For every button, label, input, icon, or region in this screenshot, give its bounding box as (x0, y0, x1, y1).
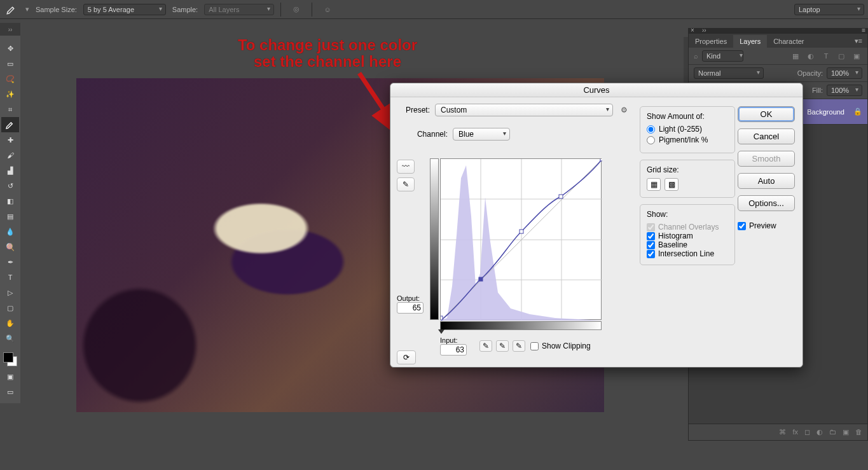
dodge-tool-icon[interactable]: 🍭 (1, 239, 19, 254)
target-adjust-icon[interactable]: ⟳ (397, 350, 416, 364)
dialog-buttons: OK Cancel Smooth Auto Options... Preview (738, 106, 795, 230)
curve-point[interactable] (441, 316, 443, 320)
adjustment-layer-icon[interactable]: ◐ (816, 428, 823, 436)
filter-smart-icon[interactable]: ▣ (851, 51, 862, 61)
layer-fx-icon[interactable]: fx (792, 428, 798, 436)
crop-tool-icon[interactable]: ⌗ (1, 102, 19, 117)
collapse-icon[interactable]: ›› (702, 27, 706, 34)
white-eyedropper-icon[interactable]: ✎ (513, 340, 525, 352)
input-gradient[interactable] (440, 321, 602, 330)
screen-mode-icon[interactable]: ▭ (1, 384, 19, 399)
curves-graph[interactable] (440, 158, 602, 320)
path-select-tool-icon[interactable]: ▷ (1, 285, 19, 300)
clone-stamp-tool-icon[interactable]: ▟ (1, 163, 19, 178)
channel-label: Channel: (412, 130, 448, 139)
tab-layers[interactable]: Layers (733, 35, 767, 48)
close-icon[interactable]: × (691, 27, 694, 34)
ok-button[interactable]: OK (738, 106, 795, 122)
lasso-tool-icon[interactable]: 📿 (1, 71, 19, 86)
link-layers-icon[interactable]: ⌘ (779, 428, 786, 436)
annotation-top: To change just one color set the channel… (213, 37, 442, 71)
eraser-tool-icon[interactable]: ◧ (1, 193, 19, 209)
eyedropper-tool-icon[interactable] (1, 117, 19, 132)
type-tool-icon[interactable]: T (1, 270, 19, 285)
hand-tool-icon[interactable]: ✋ (1, 315, 19, 331)
sample-select: All Layers (204, 4, 274, 15)
preset-menu-icon[interactable]: ⚙ (618, 104, 630, 116)
pigment-radio[interactable]: Pigment/Ink % (647, 135, 728, 144)
curve-point[interactable] (520, 230, 523, 233)
light-radio[interactable]: Light (0-255) (647, 125, 728, 134)
panel-menu-icon[interactable]: ≡ (862, 27, 865, 34)
show-sampling-ring-icon[interactable]: ◎ (287, 2, 305, 17)
zoom-tool-icon[interactable]: 🔍 (1, 331, 19, 346)
pencil-mode-icon[interactable]: ✎ (397, 177, 415, 191)
blend-row: Normal Opacity: 100% (689, 65, 867, 82)
show-clipping-checkbox[interactable]: Show Clipping (530, 342, 591, 350)
rectangle-tool-icon[interactable]: ▢ (1, 300, 19, 315)
gray-eyedropper-icon[interactable]: ✎ (496, 340, 509, 352)
auto-button[interactable]: Auto (738, 173, 795, 189)
brush-tool-icon[interactable]: 🖌 (1, 148, 19, 163)
output-input[interactable] (397, 302, 424, 314)
fill-select[interactable]: 100% (827, 85, 862, 96)
workspace-select[interactable]: Laptop (794, 4, 864, 15)
curve-point-selected[interactable] (479, 277, 483, 281)
intersection-checkbox[interactable]: Intersection Line (647, 249, 728, 258)
sample-size-label: Sample Size: (36, 6, 77, 13)
show-amount-label: Show Amount of: (647, 112, 728, 121)
sample-label: Sample: (172, 6, 198, 13)
grid-coarse-icon[interactable]: ▦ (647, 178, 661, 191)
curve-mode-icon[interactable]: 〰 (397, 160, 415, 174)
group-icon[interactable]: 🗀 (829, 428, 836, 436)
marquee-tool-icon[interactable]: ▭ (1, 56, 19, 71)
preview-checkbox[interactable]: Preview (738, 221, 795, 230)
trash-icon[interactable]: 🗑 (855, 428, 862, 436)
input-input[interactable] (440, 344, 467, 356)
new-layer-icon[interactable]: ▣ (843, 428, 849, 436)
curve-point[interactable] (559, 195, 563, 198)
black-point-slider[interactable] (438, 329, 444, 334)
panel-header: × ›› ≡ (688, 28, 868, 33)
channel-overlays-checkbox: Channel Overlays (647, 223, 728, 232)
tab-properties[interactable]: Properties (689, 35, 733, 48)
smiley-icon[interactable]: ☺ (319, 2, 336, 17)
panel-menu-icon[interactable]: ▾≡ (850, 34, 867, 48)
curve-point[interactable] (600, 159, 602, 161)
gradient-tool-icon[interactable]: ▤ (1, 209, 19, 224)
tools-panel: ›› ✥ ▭ 📿 ✨ ⌗ ✚ 🖌 ▟ ↺ ◧ ▤ 💧 🍭 ✒ T ▷ ▢ ✋ 🔍… (0, 23, 20, 403)
layer-mask-icon[interactable]: ◻ (804, 428, 810, 436)
history-brush-tool-icon[interactable]: ↺ (1, 178, 19, 193)
histogram-checkbox[interactable]: Histogram (647, 232, 728, 240)
color-swatches[interactable] (1, 350, 19, 369)
quick-mask-icon[interactable]: ▣ (1, 369, 19, 384)
dialog-title: Curves (390, 83, 803, 97)
filter-shape-icon[interactable]: ▢ (836, 51, 847, 61)
panel-collapse-icon[interactable]: ›› (0, 23, 20, 36)
preset-select[interactable]: Custom (435, 104, 613, 116)
filter-type-icon[interactable]: T (820, 51, 832, 61)
move-tool-icon[interactable]: ✥ (1, 41, 19, 56)
black-eyedropper-icon[interactable]: ✎ (479, 340, 492, 352)
blur-tool-icon[interactable]: 💧 (1, 224, 19, 239)
filter-pixel-icon[interactable]: ▦ (790, 51, 801, 61)
search-icon: ⌕ (694, 52, 698, 60)
sample-size-select[interactable]: 5 by 5 Average (83, 4, 166, 15)
healing-brush-tool-icon[interactable]: ✚ (1, 132, 19, 148)
curves-dialog: Curves Preset: Custom ⚙ Channel: Blue (390, 83, 803, 368)
filter-kind-select[interactable]: Kind (702, 50, 743, 62)
cancel-button[interactable]: Cancel (738, 128, 795, 144)
divider (312, 3, 312, 17)
pen-tool-icon[interactable]: ✒ (1, 254, 19, 270)
tab-character[interactable]: Character (767, 35, 810, 48)
magic-wand-tool-icon[interactable]: ✨ (1, 86, 19, 102)
chevron-down-icon[interactable]: ▾ (25, 5, 29, 13)
options-button[interactable]: Options... (738, 195, 795, 211)
eyedropper-tool-icon (4, 2, 19, 17)
channel-select[interactable]: Blue (453, 128, 510, 141)
blend-mode-select[interactable]: Normal (694, 67, 764, 79)
filter-adjust-icon[interactable]: ◐ (805, 51, 816, 61)
opacity-select[interactable]: 100% (827, 67, 862, 79)
grid-fine-icon[interactable]: ▩ (665, 178, 679, 191)
baseline-checkbox[interactable]: Baseline (647, 240, 728, 249)
